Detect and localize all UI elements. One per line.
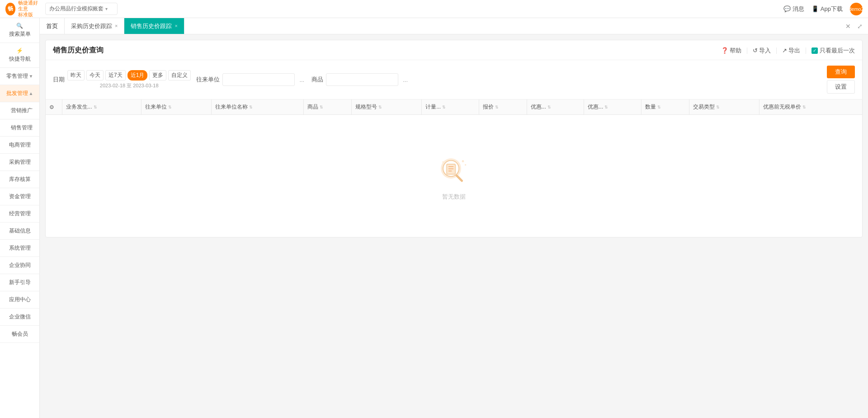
quick-nav-icon: ⚡: [16, 48, 23, 54]
th-quoted-price: 报价 ⇅: [479, 100, 527, 115]
message-icon: 💬: [783, 5, 791, 12]
date-range-text: 2023-02-18 至 2023-03-18: [100, 82, 159, 89]
date-row1: 昨天 今天 近7天 近1月 更多 自定义: [67, 70, 191, 81]
empty-illustration: [436, 151, 472, 187]
partner-dots-btn[interactable]: ...: [297, 76, 306, 83]
date-btn-more[interactable]: 更多: [149, 70, 166, 81]
workspace-dropdown-arrow: ▾: [105, 6, 108, 11]
sidebar-item-operations-mgmt[interactable]: 经营管理: [0, 205, 39, 223]
date-btn-today[interactable]: 今天: [86, 70, 104, 81]
th-settings: ⚙: [46, 100, 62, 115]
page-card: 销售历史价查询 ❓ 帮助 ↺ 导入 ↗: [45, 40, 863, 238]
logo-text: 畅捷通好生意 标准版: [18, 0, 42, 18]
sort-icon11: ⇅: [716, 105, 720, 109]
sidebar-item-new-guide[interactable]: 新手引导: [0, 274, 39, 291]
download-icon: 📱: [811, 5, 819, 12]
sidebar-item-sales-mgmt[interactable]: 销售管理: [0, 119, 39, 137]
logo-icon: 畅: [5, 3, 15, 15]
maximize-tab-btn[interactable]: ⤢: [855, 22, 864, 31]
empty-text: 暂无数据: [442, 193, 466, 201]
svg-point-8: [465, 164, 466, 166]
date-btn-7days[interactable]: 近7天: [105, 70, 126, 81]
sort-icon8: ⇅: [547, 105, 551, 109]
help-link[interactable]: ❓ 帮助: [721, 47, 741, 55]
goods-dots-btn[interactable]: ...: [401, 76, 410, 83]
tab-sales-history-close[interactable]: ×: [175, 24, 177, 28]
tab-purchase-history-close[interactable]: ×: [115, 24, 118, 28]
page-content: 销售历史价查询 ❓ 帮助 ↺ 导入 ↗: [40, 34, 868, 418]
sidebar-item-inventory[interactable]: 库存核算: [0, 171, 39, 188]
sidebar-item-system-mgmt[interactable]: 系统管理: [0, 240, 39, 257]
svg-point-9: [442, 161, 443, 162]
th-business-date: 业务发生... ⇅: [62, 100, 141, 115]
sidebar-item-basic-info[interactable]: 基础信息: [0, 223, 39, 240]
empty-state: 暂无数据: [46, 115, 862, 237]
date-btn-custom[interactable]: 自定义: [168, 70, 191, 81]
date-buttons: 昨天 今天 近7天 近1月 更多 自定义 2023-02-18 至 2023-0…: [67, 70, 191, 89]
export-link[interactable]: ↗ 导出: [782, 47, 800, 55]
tab-sales-history[interactable]: 销售历史价跟踪 ×: [124, 18, 184, 34]
divider2: [776, 48, 777, 54]
close-tab-btn[interactable]: ✕: [844, 22, 853, 31]
sidebar-item-wholesale-mgmt[interactable]: 批发管理 ▲: [0, 85, 39, 102]
th-spec: 规格型号 ⇅: [352, 100, 422, 115]
header-right: 💬 消息 📱 App下载 demo2: [783, 3, 863, 15]
th-partner-name: 往来单位名称 ⇅: [212, 100, 304, 115]
message-btn[interactable]: 💬 消息: [783, 5, 804, 13]
sort-icon3: ⇅: [249, 105, 253, 109]
only-last-checkbox-label[interactable]: ✓ 只看最后一次: [811, 47, 855, 55]
th-pretax-price: 优惠前无税单价 ⇅: [759, 100, 862, 115]
sidebar-item-app-center[interactable]: 应用中心: [0, 291, 39, 309]
goods-input[interactable]: [326, 73, 398, 86]
tab-purchase-history[interactable]: 采购历史价跟踪 ×: [65, 18, 124, 34]
date-btn-yesterday[interactable]: 昨天: [67, 70, 85, 81]
sort-icon4: ⇅: [320, 105, 323, 109]
retail-expand-icon: ▼: [29, 74, 33, 79]
sidebar-item-marketing[interactable]: 营销推广: [0, 102, 39, 119]
partner-input[interactable]: [222, 73, 295, 86]
import-link[interactable]: ↺ 导入: [753, 47, 771, 55]
sidebar-item-retail-mgmt[interactable]: 零售管理 ▼: [0, 68, 39, 85]
top-header: 畅 畅捷通好生意 标准版 办公用品行业模拟账套 ▾ 💬 消息 📱 App下载 d…: [0, 0, 868, 18]
th-discount1: 优惠... ⇅: [527, 100, 584, 115]
sidebar-item-ecommerce-mgmt[interactable]: 电商管理: [0, 137, 39, 154]
sidebar-item-enterprise-agreement[interactable]: 企业协同: [0, 257, 39, 274]
divider3: [806, 48, 806, 54]
svg-point-7: [462, 160, 464, 162]
sidebar-item-purchase-mgmt[interactable]: 采购管理: [0, 154, 39, 171]
table-header-row: ⚙ 业务发生... ⇅ 往来单: [46, 100, 862, 115]
partner-filter-group: 往来单位 ...: [196, 73, 306, 86]
user-profile-btn[interactable]: demo2: [850, 3, 863, 15]
th-partner-code: 往来单位 ⇅: [141, 100, 211, 115]
svg-rect-2: [447, 164, 455, 174]
sort-icon6: ⇅: [442, 105, 446, 109]
date-btn-1month[interactable]: 近1月: [127, 70, 148, 81]
svg-line-6: [457, 176, 462, 180]
settings-button[interactable]: 设置: [827, 80, 855, 94]
export-icon: ↗: [782, 47, 787, 54]
date-label: 日期: [53, 76, 65, 84]
sidebar-item-quick-nav[interactable]: ⚡ 快捷导航: [0, 43, 39, 68]
tabs-bar: 首页 采购历史价跟踪 × 销售历史价跟踪 × ✕ ⤢: [40, 18, 868, 34]
logo-area: 畅 畅捷通好生意 标准版: [5, 0, 42, 18]
sidebar-item-search-menu[interactable]: 🔍 搜索菜单: [0, 18, 39, 43]
app-download-btn[interactable]: 📱 App下载: [811, 5, 843, 13]
sort-icon2: ⇅: [168, 105, 172, 109]
query-button[interactable]: 查询: [827, 66, 855, 78]
action-btns: 查询 设置: [827, 66, 855, 94]
sidebar-item-finance-mgmt[interactable]: 资金管理: [0, 188, 39, 205]
column-settings-icon[interactable]: ⚙: [49, 104, 54, 110]
only-last-checkbox[interactable]: ✓: [811, 48, 818, 54]
sort-icon: ⇅: [94, 105, 97, 109]
th-quantity: 数量 ⇅: [641, 100, 689, 115]
partner-label: 往来单位: [196, 76, 220, 84]
tab-home[interactable]: 首页: [40, 18, 65, 34]
workspace-selector[interactable]: 办公用品行业模拟账套 ▾: [45, 3, 118, 15]
table-area: ⚙ 业务发生... ⇅ 往来单: [46, 100, 862, 237]
sidebar-item-enterprise-wechat[interactable]: 企业微信: [0, 309, 39, 326]
wholesale-collapse-icon: ▲: [29, 91, 33, 96]
tab-actions: ✕ ⤢: [840, 18, 868, 34]
sort-icon12: ⇅: [802, 105, 806, 109]
th-discount2: 优惠... ⇅: [584, 100, 642, 115]
sidebar-item-membership[interactable]: 畅会员: [0, 326, 39, 343]
